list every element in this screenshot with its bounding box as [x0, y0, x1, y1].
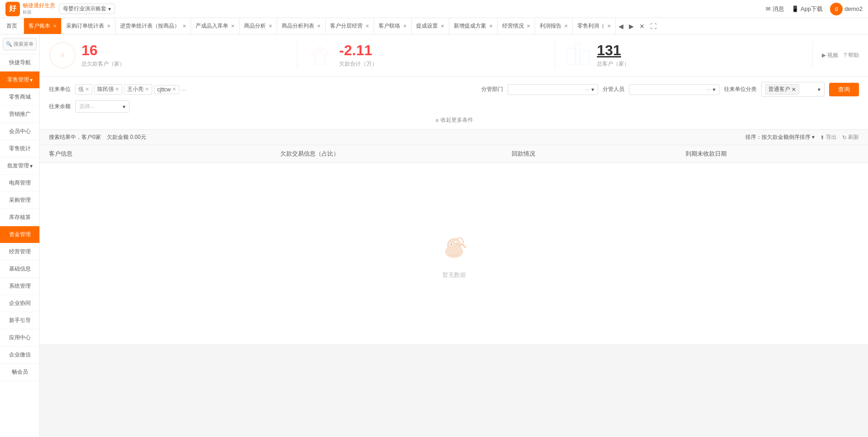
sidebar-item-marketing[interactable]: 营销推广 — [0, 106, 39, 123]
table-body: 暂无数据 — [40, 163, 868, 344]
tab-label: 提成设置 — [416, 22, 438, 30]
query-button[interactable]: 查询 — [829, 83, 859, 96]
tab-home[interactable]: 首页 — [0, 18, 24, 34]
tab-customer-contact[interactable]: 客户联络 ✕ — [374, 18, 412, 34]
export-button[interactable]: ⬆ 导出 — [820, 133, 837, 141]
user-name: demo2 — [844, 5, 863, 12]
stat-label-customers: 总欠款客户（家） — [82, 60, 125, 68]
tab-profit-report[interactable]: 利润报告 ✕ — [535, 18, 573, 34]
filter-more-icon[interactable]: ··· — [181, 86, 187, 93]
tab-customer-tier[interactable]: 客户分层经营 ✕ — [326, 18, 374, 34]
sidebar-item-wholesale[interactable]: 批发管理 ▾ — [0, 157, 39, 175]
tab-close-icon[interactable]: ✕ — [489, 24, 493, 28]
tag-close-icon[interactable]: ✕ — [172, 86, 176, 92]
sidebar-item-finance[interactable]: 资金管理 — [0, 226, 39, 243]
tab-nav-close-all[interactable]: ✕ — [637, 18, 647, 34]
tab-product-analysis[interactable]: 商品分析 ✕ — [240, 18, 277, 34]
sidebar-item-purchase[interactable]: 采购管理 — [0, 192, 39, 209]
sidebar-item-system[interactable]: 系统管理 — [0, 278, 39, 295]
tab-close-icon[interactable]: ✕ — [365, 24, 369, 28]
tab-purchase-stats-by-product[interactable]: 进货单统计表（按商品） ✕ — [115, 18, 191, 34]
tab-close-icon[interactable]: ✕ — [403, 24, 407, 28]
tab-label: 客户分层经营 — [330, 22, 363, 30]
sidebar-item-inventory[interactable]: 库存核算 — [0, 209, 39, 226]
sidebar-item-member[interactable]: 畅会员 — [0, 364, 39, 381]
tab-customer-accounts[interactable]: 客户账本 ✕ — [24, 18, 62, 34]
sidebar-item-quick-nav[interactable]: 快捷导航 — [0, 54, 39, 71]
dept-dropdown[interactable]: ··· ▾ — [508, 84, 598, 95]
balance-placeholder: 选择... — [79, 103, 95, 110]
filter-area: 往来单位 伍 ✕ 陈民强 ✕ 王小亮 ✕ cjttcw ✕ ··· 分管部门 ·… — [40, 76, 868, 130]
sidebar-item-label: 零售商城 — [9, 94, 31, 100]
chevron-down-icon: ▾ — [108, 6, 111, 12]
chevron-down-icon[interactable]: ▾ — [812, 134, 815, 140]
tab-close-icon[interactable]: ✕ — [441, 24, 444, 28]
filter-tag-chenminqiang[interactable]: 陈民强 ✕ — [94, 84, 122, 95]
message-item[interactable]: ✉ 消息 — [766, 5, 784, 13]
user-item[interactable]: d demo2 — [830, 3, 863, 15]
message-icon: ✉ — [766, 5, 771, 12]
avatar: d — [830, 3, 843, 15]
category-tag[interactable]: 普通客户 ✕ — [765, 84, 799, 95]
tag-close-icon[interactable]: ✕ — [791, 86, 796, 93]
tab-close-icon[interactable]: ✕ — [231, 24, 235, 28]
tab-product-inbound[interactable]: 产成品入库单 ✕ — [191, 18, 240, 34]
sidebar-item-retail-management[interactable]: 零售管理 ▾ — [0, 71, 39, 89]
tab-close-icon[interactable]: ✕ — [317, 24, 321, 28]
sidebar-item-enterprise-wechat[interactable]: 企业微信 — [0, 347, 39, 364]
category-dropdown[interactable]: 普通客户 ✕ ▾ — [761, 82, 825, 97]
app-download-label: App下载 — [801, 5, 823, 13]
tab-new-promotion-plan[interactable]: 新增提成方案 ✕ — [449, 18, 498, 34]
sidebar-search-button[interactable]: 🔍 搜索菜单 — [3, 38, 37, 50]
refresh-button[interactable]: ↻ 刷新 — [842, 133, 859, 141]
tab-product-analysis-list[interactable]: 商品分析列表 ✕ — [277, 18, 326, 34]
tag-close-icon[interactable]: ✕ — [85, 86, 89, 92]
export-label: 导出 — [826, 133, 837, 141]
tab-business-status[interactable]: 经营情况 ✕ — [498, 18, 535, 34]
filter-tag-wangxiaoliang[interactable]: 王小亮 ✕ — [124, 84, 152, 95]
video-help[interactable]: ▶ 视频 — [822, 52, 838, 59]
sidebar-item-member-center[interactable]: 会员中心 — [0, 123, 39, 140]
logo-area: 好 畅捷通好生意 标版 — [5, 2, 55, 16]
tab-purchase-order-stats[interactable]: 采购订单统计表 ✕ — [62, 18, 115, 34]
org-selector[interactable]: 母婴行业演示账套 ▾ — [59, 4, 115, 14]
logo-sub: 标版 — [23, 9, 55, 15]
sidebar-item-app-center[interactable]: 应用中心 — [0, 329, 39, 347]
tab-retail-profit[interactable]: 零售利润（ ✕ — [573, 18, 616, 34]
sidebar-item-new-guide[interactable]: 新手引导 — [0, 312, 39, 329]
tag-close-icon[interactable]: ✕ — [115, 86, 119, 92]
col-header-transactions: 欠款交易信息（占比） — [280, 150, 512, 158]
tab-label: 客户账本 — [29, 22, 50, 30]
empty-text: 暂无数据 — [442, 271, 466, 279]
sidebar-item-retail-stats[interactable]: 零售统计 — [0, 140, 39, 157]
sidebar-item-retail-mall[interactable]: 零售商城 — [0, 89, 39, 106]
help-item[interactable]: ? 帮助 — [844, 52, 859, 59]
collapse-button[interactable]: ∧ 收起更多条件 — [435, 116, 473, 124]
sidebar-item-basic-info[interactable]: 基础信息 — [0, 261, 39, 278]
tab-close-icon[interactable]: ✕ — [607, 24, 611, 28]
tab-close-icon[interactable]: ✕ — [527, 24, 530, 28]
sidebar-item-enterprise-collab[interactable]: 企业协同 — [0, 295, 39, 312]
tab-close-icon[interactable]: ✕ — [182, 24, 186, 28]
tag-close-icon[interactable]: ✕ — [145, 86, 149, 92]
tab-nav-prev[interactable]: ◀ — [616, 18, 626, 34]
sidebar-search-area: 🔍 搜索菜单 — [0, 34, 39, 54]
tab-nav-next[interactable]: ▶ — [626, 18, 637, 34]
tab-promotion-settings[interactable]: 提成设置 ✕ — [412, 18, 449, 34]
tab-label: 产成品入库单 — [196, 22, 228, 30]
filter-tag-cjttcw[interactable]: cjttcw ✕ — [154, 85, 179, 94]
chevron-up-icon: ∧ — [435, 117, 439, 124]
sidebar-item-ecommerce[interactable]: 电商管理 — [0, 175, 39, 192]
tab-close-icon[interactable]: ✕ — [107, 24, 110, 28]
svg-point-2 — [318, 50, 322, 53]
sidebar-item-operations[interactable]: 经营管理 — [0, 243, 39, 261]
balance-dropdown[interactable]: 选择... ▾ — [75, 100, 129, 113]
person-dropdown[interactable]: ··· ▾ — [629, 84, 719, 95]
stat-info-amount: -2.11 欠款合计（万） — [339, 43, 377, 68]
tab-close-icon[interactable]: ✕ — [269, 24, 272, 28]
filter-tag-wu[interactable]: 伍 ✕ — [75, 84, 92, 95]
tab-close-icon[interactable]: ✕ — [564, 24, 568, 28]
tab-close-icon[interactable]: ✕ — [53, 24, 57, 28]
tab-nav-expand[interactable]: ⛶ — [647, 18, 659, 34]
app-download-item[interactable]: 📱 App下载 — [791, 5, 823, 13]
